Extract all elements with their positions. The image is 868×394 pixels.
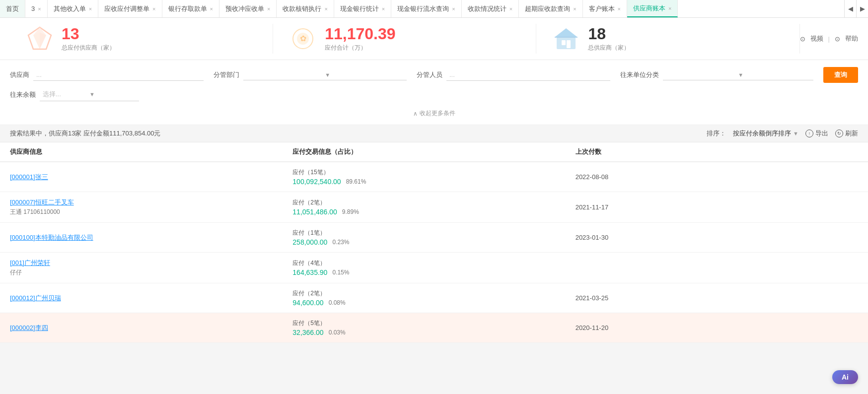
nav-tab-adjustment-close[interactable]: ×: [152, 6, 155, 12]
lastpay-cell-1: 2022-08-08: [576, 173, 858, 181]
nav-tab-advance-receipt[interactable]: 预收冲应收单 ×: [219, 0, 277, 17]
collapse-chevron-icon: ∧: [413, 110, 418, 117]
lastpay-cell-5: 2021-03-25: [576, 294, 858, 302]
stat-payable-suppliers-info: 13 总应付供应商（家）: [62, 25, 115, 52]
nav-tab-receipt-exec-close[interactable]: ×: [324, 6, 327, 12]
trade-label-6: 应付（5笔）: [292, 319, 575, 328]
store-icon: [551, 24, 581, 54]
nav-tab-3-label: 3: [31, 5, 35, 12]
balance-select[interactable]: 选择... ▼: [40, 88, 139, 101]
supplier-cell-5: [000012]广州贝瑞: [10, 294, 292, 303]
nav-tab-supplier-ledger-label: 供应商账本: [633, 4, 665, 13]
supplier-link-1[interactable]: [000001]张三: [10, 173, 292, 182]
category-filter: 往来单位分类 ▼: [620, 70, 814, 80]
nav-tab-cash-bank-stat[interactable]: 现金银行统计 ×: [334, 0, 391, 17]
nav-tab-receipt-exec[interactable]: 收款核销执行 ×: [277, 0, 334, 17]
table-row: [000100]本特勤油品有限公司 应付（1笔） 258,000.00 0.23…: [0, 223, 868, 253]
nav-tab-3-close[interactable]: ×: [38, 6, 41, 12]
wheat-icon: ✿: [288, 24, 318, 54]
trade-row-3: 258,000.00 0.23%: [292, 238, 575, 246]
dept-select[interactable]: ▼: [243, 70, 407, 80]
trade-cell-4: 应付（4笔） 164,635.90 0.15%: [292, 259, 575, 276]
trade-row-4: 164,635.90 0.15%: [292, 268, 575, 276]
supplier-cell-4: [001]广州荣轩 仔仔: [10, 259, 292, 277]
table-row: [000001]张三 应付（15笔） 100,092,540.00 89.61%…: [0, 162, 868, 192]
nav-tab-supplier-ledger-close[interactable]: ×: [668, 5, 671, 11]
nav-tab-overdue-query-close[interactable]: ×: [573, 6, 576, 12]
supplier-link-5[interactable]: [000012]广州贝瑞: [10, 294, 292, 303]
help-icon: ⊙: [835, 35, 840, 43]
payable-amount-label: 应付合计（万）: [325, 44, 395, 52]
payable-suppliers-label: 总应付供应商（家）: [62, 44, 115, 52]
nav-tab-home[interactable]: 首页: [0, 0, 25, 17]
export-label: 导出: [815, 129, 828, 138]
nav-tab-customer-ledger[interactable]: 客户账本 ×: [583, 0, 627, 17]
nav-tab-cash-bank-flow-close[interactable]: ×: [452, 6, 455, 12]
nav-tab-other-income[interactable]: 其他收入单 ×: [48, 0, 98, 17]
filter-area: 供应商 分管部门 ▼ 分管人员 往来单位分类 ▼ 查询 往来余额 选择: [0, 60, 868, 125]
nav-tab-supplier-ledger[interactable]: 供应商账本 ×: [627, 0, 678, 17]
nav-tab-advance-receipt-close[interactable]: ×: [267, 6, 270, 12]
collapse-label: 收起更多条件: [420, 109, 455, 118]
nav-tab-receipt-stat[interactable]: 收款情况统计 ×: [462, 0, 519, 17]
payable-amount-value: 11,170.39: [325, 25, 395, 43]
trade-cell-2: 应付（2笔） 11,051,486.00 9.89%: [292, 198, 575, 216]
category-select[interactable]: ▼: [663, 70, 814, 80]
nav-tab-other-income-close[interactable]: ×: [89, 6, 92, 12]
nav-tab-adjustment[interactable]: 应收应付调整单 ×: [98, 0, 162, 17]
total-suppliers-label: 总供应商（家）: [588, 44, 630, 52]
supplier-link-6[interactable]: [000002]李四: [10, 324, 292, 332]
sort-value-btn[interactable]: 按应付余额倒序排序 ▼: [733, 129, 798, 138]
person-input[interactable]: [446, 69, 610, 81]
trade-amount-6: 32,366.00: [292, 328, 323, 336]
trade-pct-1: 89.61%: [346, 178, 366, 185]
trade-pct-4: 0.15%: [332, 269, 349, 276]
trade-cell-3: 应付（1笔） 258,000.00 0.23%: [292, 229, 575, 246]
nav-prev-btn[interactable]: ◀: [844, 0, 856, 18]
nav-tab-overdue-query[interactable]: 超期应收款查询 ×: [519, 0, 582, 17]
nav-tab-bank-deposit-close[interactable]: ×: [210, 6, 213, 12]
video-link[interactable]: 视频: [810, 34, 823, 43]
refresh-btn[interactable]: ↻ 刷新: [835, 129, 858, 138]
query-button[interactable]: 查询: [823, 67, 858, 83]
trade-pct-5: 0.08%: [329, 299, 346, 306]
balance-dropdown-arrow: ▼: [89, 91, 136, 97]
nav-next-btn[interactable]: ▶: [856, 0, 868, 18]
nav-arrows: ◀ ▶: [844, 0, 868, 18]
total-suppliers-count: 18: [588, 25, 630, 43]
trade-row-1: 100,092,540.00 89.61%: [292, 178, 575, 186]
dept-filter: 分管部门 ▼: [214, 70, 407, 80]
sort-label: 排序：: [707, 129, 726, 138]
supplier-link-3[interactable]: [000100]本特勤油品有限公司: [10, 233, 292, 242]
trade-amount-5: 94,600.00: [292, 299, 323, 307]
col-header-supplier: 供应商信息: [10, 147, 292, 156]
dept-filter-label: 分管部门: [214, 70, 239, 79]
supplier-link-2[interactable]: [000007]恒旺二手叉车: [10, 198, 292, 207]
nav-tab-receipt-stat-label: 收款情况统计: [468, 4, 506, 13]
export-btn[interactable]: ↑ 导出: [805, 129, 828, 138]
nav-tab-receipt-stat-close[interactable]: ×: [509, 6, 512, 12]
supplier-link-4[interactable]: [001]广州荣轩: [10, 259, 292, 267]
supplier-cell-3: [000100]本特勤油品有限公司: [10, 233, 292, 242]
balance-select-value: 选择...: [43, 90, 89, 99]
person-filter: 分管人员: [417, 69, 610, 81]
nav-tab-3[interactable]: 3 ×: [25, 0, 48, 17]
collapse-bar[interactable]: ∧ 收起更多条件: [10, 106, 858, 121]
results-actions: 排序： 按应付余额倒序排序 ▼ ↑ 导出 ↻ 刷新: [707, 129, 858, 138]
video-icon: ⊙: [800, 35, 805, 43]
trade-amount-3: 258,000.00: [292, 238, 327, 246]
nav-tab-bank-deposit[interactable]: 银行存取款单 ×: [162, 0, 219, 17]
help-link[interactable]: 帮助: [845, 34, 858, 43]
supplier-filter: 供应商: [10, 69, 204, 81]
supplier-input[interactable]: [33, 69, 204, 81]
svg-text:✿: ✿: [300, 34, 306, 43]
trade-amount-2: 11,051,486.00: [292, 208, 337, 216]
results-bar: 搜索结果中，供应商13家 应付金额111,703,854.00元 排序： 按应付…: [0, 125, 868, 142]
nav-tab-customer-ledger-close[interactable]: ×: [618, 6, 621, 12]
sort-value-text: 按应付余额倒序排序: [733, 130, 791, 137]
lastpay-cell-3: 2023-01-30: [576, 234, 858, 241]
nav-tab-cash-bank-stat-close[interactable]: ×: [382, 6, 385, 12]
table-row: [000007]恒旺二手叉车 王通 17106110000 应付（2笔） 11,…: [0, 192, 868, 223]
nav-tab-cash-bank-flow[interactable]: 现金银行流水查询 ×: [391, 0, 461, 17]
col-header-lastpay: 上次付数: [576, 147, 858, 156]
